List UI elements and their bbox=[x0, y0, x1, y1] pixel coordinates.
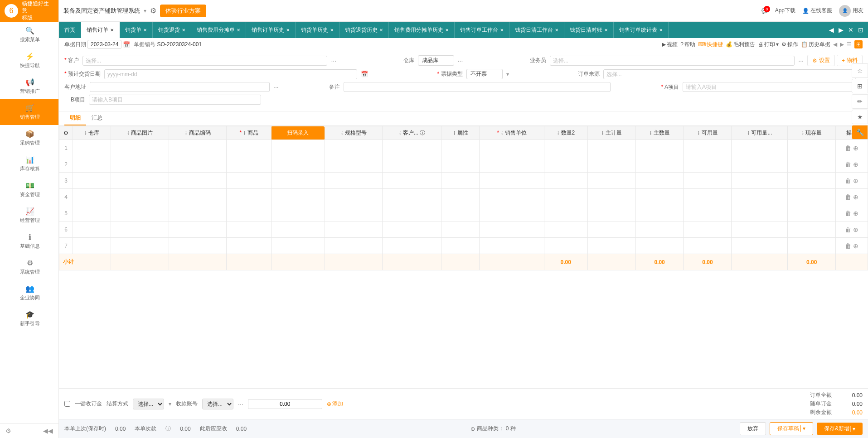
row-customer-code[interactable] bbox=[383, 238, 441, 254]
row-attr[interactable] bbox=[441, 140, 480, 156]
row-image[interactable] bbox=[111, 221, 169, 238]
tab-more-icon[interactable]: ✕ bbox=[846, 25, 855, 34]
sidebar-item-inventory[interactable]: 📊 库存核算 bbox=[0, 151, 58, 177]
save-new-dropdown-icon[interactable]: ▾ bbox=[850, 426, 855, 432]
sidebar-item-finance[interactable]: 💵 资金管理 bbox=[0, 177, 58, 202]
tab-order-history[interactable]: 销售订单历史 ✕ bbox=[246, 22, 296, 38]
save-draft-button[interactable]: 保存草稿 ▾ bbox=[770, 422, 813, 435]
row-image[interactable] bbox=[111, 205, 169, 221]
row-qty2[interactable] bbox=[544, 189, 587, 205]
copy-icon[interactable]: ⊕ bbox=[853, 177, 858, 184]
row-attr[interactable] bbox=[441, 189, 480, 205]
row-warehouse[interactable] bbox=[73, 221, 111, 238]
profit-btn[interactable]: 💰 毛利预告 bbox=[726, 41, 755, 48]
row-product[interactable] bbox=[227, 189, 272, 205]
row-available[interactable] bbox=[684, 140, 732, 156]
row-main-unit[interactable] bbox=[587, 221, 635, 238]
row-qty2[interactable] bbox=[544, 238, 587, 254]
row-product[interactable] bbox=[227, 173, 272, 189]
row-main-unit[interactable] bbox=[587, 238, 635, 254]
notification-area[interactable]: 💬 8 bbox=[761, 8, 768, 14]
row-customer-code[interactable] bbox=[383, 156, 441, 173]
sidebar-item-enterprise[interactable]: 👥 企业协同 bbox=[0, 280, 58, 306]
sidebar-item-guide[interactable]: 🎓 新手引导 bbox=[0, 306, 58, 332]
copy-icon[interactable]: ⊕ bbox=[853, 144, 858, 152]
tab-close-icon[interactable]: ✕ bbox=[659, 28, 663, 33]
nav-right-icon[interactable]: ▶ bbox=[840, 41, 844, 48]
row-warehouse[interactable] bbox=[73, 156, 111, 173]
row-image[interactable] bbox=[111, 173, 169, 189]
delivery-input[interactable] bbox=[104, 69, 357, 79]
tab-close-icon[interactable]: ✕ bbox=[286, 28, 290, 33]
copy-icon[interactable]: ⊕ bbox=[853, 242, 858, 250]
sidebar-item-system[interactable]: ⚙ 系统管理 bbox=[0, 254, 58, 280]
account-more-icon[interactable]: ··· bbox=[238, 400, 243, 408]
print-btn[interactable]: 🖨 打印 ▾ bbox=[758, 41, 779, 48]
row-available[interactable] bbox=[684, 173, 732, 189]
row-customer-code[interactable] bbox=[383, 205, 441, 221]
warehouse-more-icon[interactable]: ··· bbox=[458, 57, 463, 64]
row-available2[interactable] bbox=[732, 189, 788, 205]
tab-prev-icon[interactable]: ◀ bbox=[827, 25, 836, 34]
row-warehouse[interactable] bbox=[73, 173, 111, 189]
tab-sales-order[interactable]: 销售订单 ✕ bbox=[81, 22, 120, 38]
row-unit[interactable] bbox=[480, 173, 544, 189]
tab-invoice-history[interactable]: 销货单历史 ✕ bbox=[296, 22, 339, 38]
row-qty2[interactable] bbox=[544, 156, 587, 173]
note-input[interactable] bbox=[344, 82, 610, 92]
row-code[interactable] bbox=[169, 221, 227, 238]
row-spec[interactable] bbox=[325, 221, 383, 238]
right-float-btn-3[interactable]: ✏ bbox=[852, 94, 868, 109]
sidebar-item-purchase[interactable]: 📦 采购管理 bbox=[0, 125, 58, 151]
settings-button[interactable]: ⚙ 保存草稿 设置 bbox=[807, 55, 835, 66]
copy-icon[interactable]: ⊕ bbox=[853, 226, 858, 233]
row-customer-code[interactable] bbox=[383, 189, 441, 205]
th-scan[interactable]: 扫码录入 bbox=[271, 126, 325, 140]
row-unit[interactable] bbox=[480, 140, 544, 156]
add-button[interactable]: ⊕ 添加 bbox=[327, 400, 343, 408]
row-attr[interactable] bbox=[441, 205, 480, 221]
sub-tab-detail[interactable]: 明细 bbox=[64, 111, 86, 125]
row-unit[interactable] bbox=[480, 189, 544, 205]
tab-expense-history[interactable]: 销售费用分摊单历史 ✕ bbox=[389, 22, 455, 38]
row-current[interactable] bbox=[788, 173, 836, 189]
tab-statistics[interactable]: 销售订单统计表 ✕ bbox=[614, 22, 669, 38]
payment-dropdown-icon[interactable]: ▾ bbox=[169, 401, 171, 407]
row-unit[interactable] bbox=[480, 221, 544, 238]
row-spec[interactable] bbox=[325, 173, 383, 189]
row-current[interactable] bbox=[788, 140, 836, 156]
row-scan[interactable] bbox=[271, 173, 325, 189]
row-current[interactable] bbox=[788, 189, 836, 205]
solution-button[interactable]: 体验行业方案 bbox=[160, 5, 206, 17]
tab-return[interactable]: 销货退货 ✕ bbox=[153, 22, 191, 38]
row-scan[interactable] bbox=[271, 156, 325, 173]
row-current[interactable] bbox=[788, 156, 836, 173]
help-btn[interactable]: ? 帮助 bbox=[680, 41, 695, 48]
row-warehouse[interactable] bbox=[73, 189, 111, 205]
row-attr[interactable] bbox=[441, 238, 480, 254]
delivery-calendar-icon[interactable]: 📅 bbox=[361, 71, 368, 77]
row-main-qty[interactable] bbox=[635, 156, 684, 173]
row-scan[interactable] bbox=[271, 140, 325, 156]
row-spec[interactable] bbox=[325, 238, 383, 254]
row-main-qty[interactable] bbox=[635, 189, 684, 205]
right-float-btn-2[interactable]: ⊞ bbox=[852, 79, 868, 93]
delete-icon[interactable]: 🗑 bbox=[845, 144, 851, 152]
staff-more-icon[interactable]: ··· bbox=[798, 57, 804, 64]
row-warehouse[interactable] bbox=[73, 140, 111, 156]
tab-close-icon[interactable]: ✕ bbox=[143, 28, 147, 33]
row-main-qty[interactable] bbox=[635, 221, 684, 238]
row-customer-code[interactable] bbox=[383, 221, 441, 238]
payment-select[interactable]: 选择... bbox=[133, 399, 164, 409]
row-code[interactable] bbox=[169, 238, 227, 254]
current-debt-icon[interactable]: ⓘ bbox=[165, 425, 171, 433]
row-qty2[interactable] bbox=[544, 140, 587, 156]
shortcut-btn[interactable]: ⌨ 快捷键 bbox=[698, 41, 723, 48]
right-float-btn-1[interactable]: ☆ bbox=[852, 63, 868, 78]
row-attr[interactable] bbox=[441, 221, 480, 238]
row-image[interactable] bbox=[111, 140, 169, 156]
delete-icon[interactable]: 🗑 bbox=[845, 242, 851, 250]
row-scan[interactable] bbox=[271, 221, 325, 238]
online-service-link[interactable]: 👤在线客服 bbox=[802, 7, 832, 14]
row-spec[interactable] bbox=[325, 189, 383, 205]
